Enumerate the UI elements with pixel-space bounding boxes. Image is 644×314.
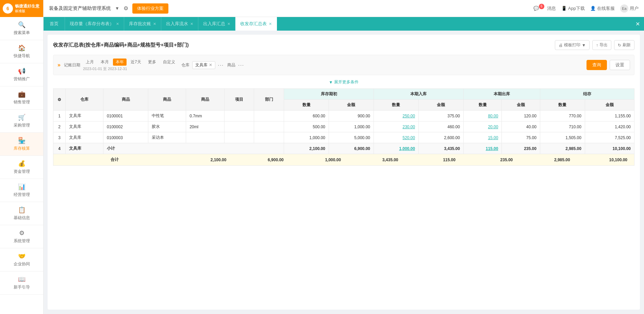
- sidebar-item-guide[interactable]: 📖 新手引导: [0, 271, 43, 295]
- tab-batch-ledger[interactable]: 库存批次账 ✕: [124, 17, 161, 31]
- print-btn[interactable]: 🖨 模板打印 ▼: [555, 40, 590, 50]
- cell-in-qty[interactable]: 520.00: [374, 132, 418, 143]
- user-label: 用户: [630, 5, 639, 12]
- tab-close-all[interactable]: ✕: [631, 21, 644, 27]
- sidebar-item-system[interactable]: ⚙ 系统管理: [0, 225, 43, 248]
- tab-batch-ledger-close[interactable]: ✕: [153, 22, 156, 26]
- cell-out-qty[interactable]: 15.00: [463, 132, 501, 143]
- page-title-text: 收发存汇总表(按仓库+商品编码+商品+规格型号+项目+部门): [53, 42, 189, 48]
- th-settings[interactable]: ⚙: [53, 89, 66, 111]
- expand-more[interactable]: ▼ 展开更多条件: [53, 79, 634, 85]
- sidebar-item-operations[interactable]: 📊 经营管理: [0, 179, 43, 202]
- sidebar-item-basic-info[interactable]: 📋 基础信息: [0, 202, 43, 225]
- date-opt-7days[interactable]: 近7天: [128, 59, 144, 66]
- filter-dots-goods[interactable]: ···: [238, 62, 244, 68]
- filter-dots-warehouse[interactable]: ···: [218, 62, 224, 68]
- th-in: 本期入库: [374, 89, 463, 100]
- subtotal-label: 小计: [103, 143, 284, 154]
- subtotal-in-qty[interactable]: 1,000.00: [374, 143, 418, 154]
- cell-project: [224, 111, 254, 121]
- sidebar-item-finance[interactable]: 💰 资金管理: [0, 156, 43, 179]
- warehouse-tag[interactable]: 文具库 ✕: [192, 61, 215, 69]
- warehouse-tag-remove[interactable]: ✕: [209, 63, 212, 67]
- online-service-label: 在线客服: [597, 5, 615, 12]
- th-dept: 部门: [254, 89, 284, 111]
- tab-stock-dist[interactable]: 现存量（库存分布表） ✕: [65, 17, 124, 31]
- export-btn[interactable]: ↑ 导出: [592, 40, 611, 50]
- tab-io-flow-close[interactable]: ✕: [190, 22, 193, 26]
- subtotal-opening-amt: 6,900.00: [329, 143, 374, 154]
- sales-icon: 💼: [18, 90, 26, 98]
- subtotal-out-qty[interactable]: 115.00: [463, 143, 501, 154]
- date-opt-this-year[interactable]: 本年: [113, 59, 127, 66]
- footer-out-qty: 115.00: [402, 158, 459, 162]
- cell-in-qty[interactable]: 250.00: [374, 111, 418, 121]
- cell-in-qty[interactable]: 230.00: [374, 121, 418, 132]
- cell-opening-amt: 1,000.00: [329, 121, 374, 132]
- cell-opening-amt: 5,000.00: [329, 132, 374, 143]
- sidebar-item-search[interactable]: 🔍 搜索菜单: [0, 17, 43, 40]
- cell-out-qty[interactable]: 20.00: [463, 121, 501, 132]
- tab-recv-send-label: 收发存汇总表: [240, 21, 267, 27]
- tab-recv-send-close[interactable]: ✕: [269, 22, 272, 26]
- sidebar-item-inventory[interactable]: 🏪 库存核算: [0, 133, 43, 156]
- tab-io-flow[interactable]: 出入库流水 ✕: [161, 17, 198, 31]
- sidebar-item-cooperation[interactable]: 🤝 企业协同: [0, 248, 43, 271]
- cell-goods-spec: 20ml: [186, 121, 224, 132]
- date-opt-custom[interactable]: 自定义: [160, 59, 178, 66]
- cell-out-amt: 120.00: [502, 111, 540, 121]
- tab-recv-send[interactable]: 收发存汇总表 ✕: [235, 17, 277, 31]
- cell-closing-amt: 7,525.00: [585, 132, 634, 143]
- date-label: 记账日期: [64, 62, 80, 68]
- sidebar-item-label: 新手引导: [14, 284, 30, 290]
- query-btn[interactable]: 查询: [587, 60, 607, 70]
- refresh-btn[interactable]: ↻ 刷新: [614, 40, 634, 50]
- main-content: 收发存汇总表(按仓库+商品编码+商品+规格型号+项目+部门) 🖨 模板打印 ▼ …: [44, 31, 644, 314]
- settings-gear-icon[interactable]: ⚙: [123, 5, 128, 12]
- cell-goods-name: 中性笔: [148, 111, 186, 121]
- cell-in-amt: 460.00: [418, 121, 463, 132]
- tab-io-summary[interactable]: 出入库汇总 ✕: [198, 17, 235, 31]
- app-download-item[interactable]: 📱 App下载: [561, 5, 585, 12]
- subtotal-closing-qty: 2,985.00: [540, 143, 585, 154]
- th-closing: 结存: [540, 89, 634, 100]
- table-row: 2 文具库 0100002 胶水 20ml 500.00 1,000.00 23…: [53, 121, 634, 132]
- sidebar-item-purchase[interactable]: 🛒 采购管理: [0, 110, 43, 133]
- message-item[interactable]: 💬 6 消息: [533, 5, 556, 12]
- purchase-icon: 🛒: [18, 114, 26, 121]
- service-icon: 👤: [590, 6, 596, 11]
- tab-stock-dist-close[interactable]: ✕: [116, 22, 119, 26]
- tab-io-summary-close[interactable]: ✕: [227, 22, 230, 26]
- th-out-amt: 金额: [502, 100, 540, 111]
- cell-opening-qty: 500.00: [284, 121, 329, 132]
- sidebar-item-marketing[interactable]: 📢 营销推广: [0, 63, 43, 86]
- date-opt-this-month[interactable]: 本月: [98, 59, 112, 66]
- th-goods-spec: 商品: [186, 89, 224, 111]
- system-title: 装备及固定资产辅助管理系统: [49, 5, 111, 12]
- date-opt-last-month[interactable]: 上月: [83, 59, 97, 66]
- settings-dropdown-icon[interactable]: ▼: [115, 6, 119, 11]
- online-service-item[interactable]: 👤 在线客服: [590, 5, 615, 12]
- cell-dept: [254, 111, 284, 121]
- cell-closing-amt: 1,155.00: [585, 111, 634, 121]
- subtotal-warehouse: 文具库: [66, 143, 103, 154]
- sidebar-item-sales[interactable]: 💼 销售管理: [0, 86, 43, 110]
- cell-goods-name: 采访本: [148, 132, 186, 143]
- tab-home[interactable]: 首页: [44, 17, 65, 31]
- sidebar-item-quick-nav[interactable]: 🏠 快捷导航: [0, 40, 43, 63]
- topbar: 装备及固定资产辅助管理系统 ▼ ⚙ 体验行业方案 💬 6 消息 📱 App下载 …: [44, 0, 644, 17]
- footer-closing-amt: 10,100.00: [574, 158, 631, 162]
- refresh-icon: ↻: [618, 43, 621, 48]
- footer-in-amt: 3,435.00: [344, 158, 401, 162]
- cell-closing-amt: 1,420.00: [585, 121, 634, 132]
- cooperation-icon: 🤝: [18, 252, 26, 260]
- user-item[interactable]: Ea 用户: [620, 4, 639, 13]
- trial-btn[interactable]: 体验行业方案: [132, 3, 168, 14]
- settings-btn[interactable]: 设置: [610, 60, 630, 70]
- cell-out-qty[interactable]: 80.00: [463, 111, 501, 121]
- cell-opening-amt: 900.00: [329, 111, 374, 121]
- date-opt-more[interactable]: 更多: [145, 59, 159, 66]
- filter-toggle[interactable]: »: [57, 62, 61, 68]
- user-avatar: Ea: [620, 4, 628, 13]
- message-label: 消息: [547, 5, 556, 12]
